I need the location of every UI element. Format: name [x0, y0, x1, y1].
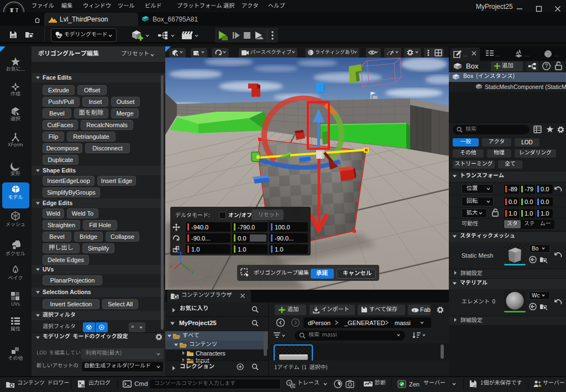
svg-text:?: ?: [545, 63, 548, 69]
svg-text:Z: Z: [177, 248, 180, 254]
svg-text:Y: Y: [191, 270, 194, 275]
svg-text:!: !: [539, 384, 540, 387]
svg-text:X: X: [170, 264, 173, 269]
